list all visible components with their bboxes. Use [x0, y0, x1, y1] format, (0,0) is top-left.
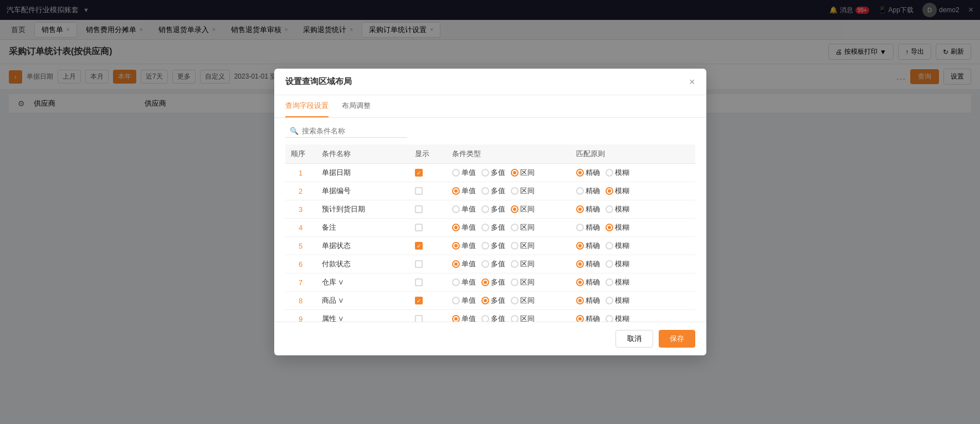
modal-title: 设置查询区域布局 [285, 76, 352, 87]
modal-header: 设置查询区域布局 × [274, 69, 706, 95]
modal-tab-query[interactable]: 查询字段设置 [285, 95, 329, 117]
modal-overlay: 设置查询区域布局 × 查询字段设置 布局调整 🔍 [0, 0, 980, 118]
modal-dialog: 设置查询区域布局 × 查询字段设置 布局调整 🔍 [274, 69, 706, 118]
modal-close-btn[interactable]: × [689, 77, 695, 87]
modal-tabs: 查询字段设置 布局调整 [274, 95, 706, 118]
modal-tab-layout[interactable]: 布局调整 [342, 95, 371, 117]
